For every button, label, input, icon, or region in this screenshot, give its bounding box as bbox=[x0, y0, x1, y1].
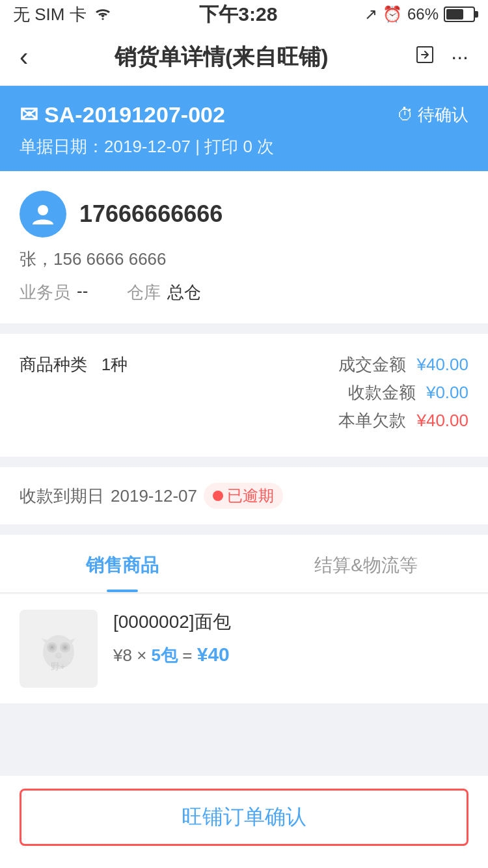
product-price: ¥8 × 5包 = ¥40 bbox=[113, 644, 468, 667]
equals-sign: = bbox=[182, 645, 197, 665]
owed-label: 本单欠款 bbox=[338, 409, 406, 432]
product-item: 野+ [0000002]面包 ¥8 × 5包 = ¥40 bbox=[20, 610, 468, 688]
nav-bar: ‹ 销货单详情(来自旺铺) ··· bbox=[0, 29, 488, 86]
wifi-icon bbox=[93, 5, 113, 25]
quantity: 5包 bbox=[152, 645, 178, 665]
order-icon: ✉ bbox=[20, 102, 38, 128]
received-value: ¥0.00 bbox=[426, 383, 468, 403]
customer-section: 17666666666 张，156 6666 6666 业务员 -- 仓库 总仓 bbox=[0, 171, 488, 323]
warehouse-label: 仓库 bbox=[127, 281, 161, 304]
svg-point-8 bbox=[64, 646, 66, 649]
product-type-value: 1种 bbox=[102, 355, 128, 374]
order-meta: 单据日期：2019-12-07 | 打印 0 次 bbox=[20, 135, 468, 158]
sales-person: 业务员 -- bbox=[20, 281, 88, 304]
nav-actions: ··· bbox=[414, 44, 468, 70]
multiply-sign: × bbox=[137, 645, 151, 665]
owed-value: ¥40.00 bbox=[416, 411, 468, 431]
confirm-button-label: 旺铺订单确认 bbox=[182, 803, 306, 832]
product-image: 野+ bbox=[20, 610, 98, 688]
clock-icon: ⏱ bbox=[397, 105, 414, 125]
confirm-button-wrap: 旺铺订单确认 bbox=[0, 775, 488, 868]
order-status: ⏱ 待确认 bbox=[397, 103, 468, 126]
share-icon[interactable] bbox=[414, 44, 435, 70]
tabs-section: 销售商品 结算&物流等 bbox=[0, 535, 488, 593]
product-type: 商品种类 1种 bbox=[20, 353, 128, 376]
customer-phone: 17666666666 bbox=[79, 200, 223, 228]
warehouse-value: 总仓 bbox=[167, 281, 201, 304]
sales-value: -- bbox=[77, 281, 88, 304]
due-label: 收款到期日 bbox=[20, 485, 104, 508]
overdue-text: 已逾期 bbox=[227, 485, 274, 506]
customer-meta: 业务员 -- 仓库 总仓 bbox=[20, 281, 468, 304]
customer-avatar bbox=[20, 191, 66, 237]
total-price: ¥40 bbox=[197, 644, 230, 665]
owed-row: 本单欠款 ¥40.00 bbox=[338, 409, 468, 432]
overdue-dot-icon bbox=[213, 491, 223, 501]
order-id: ✉ SA-20191207-002 bbox=[20, 102, 225, 128]
tab-sales-products[interactable]: 销售商品 bbox=[0, 535, 244, 592]
status-bar-right: ↗ ⏰ 66% bbox=[364, 5, 475, 23]
price-unit: ¥8 bbox=[113, 645, 132, 665]
battery-text: 66% bbox=[407, 5, 439, 23]
back-button[interactable]: ‹ bbox=[20, 42, 28, 72]
amount-row: 成交金额 ¥40.00 bbox=[338, 353, 468, 376]
more-icon[interactable]: ··· bbox=[451, 45, 468, 69]
amount-value: ¥40.00 bbox=[416, 355, 468, 375]
customer-name: 张，156 6666 6666 bbox=[20, 248, 468, 271]
svg-text:野+: 野+ bbox=[51, 661, 65, 671]
page-title: 销货单详情(来自旺铺) bbox=[115, 42, 329, 72]
tabs-row: 销售商品 结算&物流等 bbox=[0, 535, 488, 593]
battery-icon bbox=[444, 7, 475, 22]
sales-label: 业务员 bbox=[20, 281, 70, 304]
product-type-label: 商品种类 bbox=[20, 355, 87, 374]
product-info: [0000002]面包 ¥8 × 5包 = ¥40 bbox=[113, 610, 468, 667]
due-date: 2019-12-07 bbox=[111, 486, 197, 506]
warehouse: 仓库 总仓 bbox=[127, 281, 201, 304]
confirm-button[interactable]: 旺铺订单确认 bbox=[20, 789, 468, 846]
product-name: [0000002]面包 bbox=[113, 610, 468, 634]
alarm-icon: ⏰ bbox=[383, 5, 402, 23]
received-row: 收款金额 ¥0.00 bbox=[338, 381, 468, 404]
amounts: 成交金额 ¥40.00 收款金额 ¥0.00 本单欠款 ¥40.00 bbox=[338, 353, 468, 437]
svg-point-1 bbox=[38, 205, 48, 215]
overdue-badge: 已逾期 bbox=[204, 483, 283, 509]
tab-settlement[interactable]: 结算&物流等 bbox=[244, 535, 488, 592]
amount-label: 成交金额 bbox=[338, 353, 406, 376]
location-icon: ↗ bbox=[364, 5, 377, 23]
status-bar-left: 无 SIM 卡 bbox=[13, 3, 113, 26]
carrier-text: 无 SIM 卡 bbox=[13, 3, 87, 26]
product-section: 野+ [0000002]面包 ¥8 × 5包 = ¥40 bbox=[0, 594, 488, 703]
summary-section: 商品种类 1种 成交金额 ¥40.00 收款金额 ¥0.00 本单欠款 ¥40.… bbox=[0, 334, 488, 457]
order-banner: ✉ SA-20191207-002 ⏱ 待确认 单据日期：2019-12-07 … bbox=[0, 86, 488, 171]
svg-point-7 bbox=[51, 646, 53, 649]
time-display: 下午3:28 bbox=[199, 1, 277, 28]
status-bar: 无 SIM 卡 下午3:28 ↗ ⏰ 66% bbox=[0, 0, 488, 29]
received-label: 收款金额 bbox=[348, 381, 416, 404]
due-date-section: 收款到期日 2019-12-07 已逾期 bbox=[0, 467, 488, 524]
